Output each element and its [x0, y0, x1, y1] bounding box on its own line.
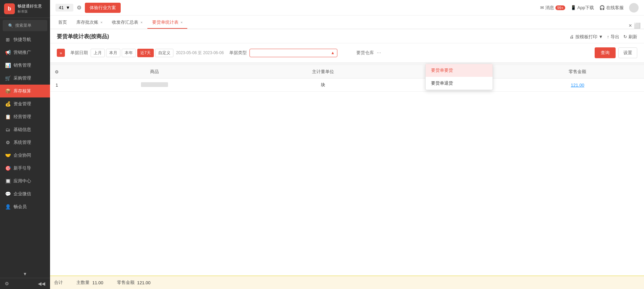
- date-btn-this-year[interactable]: 本年: [122, 49, 136, 57]
- date-range-text: 2023-05-06 至 2023-06-06: [176, 50, 224, 56]
- date-range-btns: 上月 本月 本年 近7天 自定义: [91, 49, 173, 57]
- sidebar-item-label: 基础信息: [14, 127, 31, 133]
- sidebar-item-label: 新手引导: [14, 165, 31, 171]
- date-filter-label: 单据日期: [70, 50, 88, 56]
- trial-btn[interactable]: 体验行业方案: [85, 3, 121, 13]
- sidebar: b 畅捷通好生意 标准版 🔍 搜索菜单 ⊞ 快捷导航 📢 营销推广 📊 销售管理…: [0, 0, 50, 289]
- message-btn[interactable]: ✉ 消息 99+: [540, 5, 565, 11]
- refresh-btn[interactable]: ↻ 刷新: [623, 34, 637, 40]
- filter-expand-btn[interactable]: »: [57, 49, 65, 57]
- inventory-icon: 📦: [5, 88, 11, 94]
- footer-amount-label: 零售金额: [117, 280, 135, 286]
- sidebar-item-finance[interactable]: 💰 资金管理: [0, 97, 50, 110]
- warehouse-dots-btn[interactable]: ···: [377, 50, 381, 56]
- tab-close-all-icon[interactable]: ×: [629, 23, 632, 29]
- sidebar-item-sales[interactable]: 📊 销售管理: [0, 59, 50, 72]
- operations-icon: 📋: [5, 114, 11, 120]
- type-filter-input[interactable]: [249, 49, 337, 57]
- sidebar-collapse-icon[interactable]: ◀◀: [38, 281, 45, 286]
- online-service-label: 在线客服: [606, 5, 624, 11]
- app-download-label: App下载: [577, 5, 594, 11]
- message-label: 消息: [545, 5, 554, 11]
- sidebar-item-inventory[interactable]: 📦 库存核算: [0, 85, 50, 97]
- store-dropdown-icon: ▼: [66, 5, 70, 10]
- tab-home[interactable]: 首页: [53, 17, 72, 29]
- dropdown-item-return[interactable]: 要货单退货: [426, 77, 493, 90]
- tab-receive-send[interactable]: 收发存汇总表 ×: [107, 17, 147, 29]
- page-actions: 🖨 按模板打印 ▼ ↑ 导出 ↻ 刷新: [570, 34, 637, 40]
- row-unit: 块: [245, 79, 401, 92]
- export-label: 导出: [611, 34, 619, 40]
- sidebar-item-guide[interactable]: 🎯 新手引导: [0, 162, 50, 175]
- settings-action-btn[interactable]: 设置: [618, 47, 637, 58]
- sidebar-item-marketing[interactable]: 📢 营销推广: [0, 46, 50, 59]
- footer-amount-value: 121.00: [137, 280, 151, 285]
- type-filter-arrow-icon[interactable]: ▲: [331, 50, 335, 55]
- sidebar-item-wechat[interactable]: 💬 企业微信: [0, 187, 50, 200]
- tab-label: 收发存汇总表: [112, 19, 138, 25]
- table-footer: 合计 主数量 11.00 零售金额 121.00: [50, 275, 644, 289]
- page-title: 要货单统计表(按商品): [57, 33, 109, 40]
- sidebar-item-enterprise[interactable]: 🤝 企业协同: [0, 149, 50, 162]
- message-badge: 99+: [555, 5, 565, 10]
- basics-icon: 🗂: [5, 127, 11, 133]
- sidebar-item-purchase[interactable]: 🛒 采购管理: [0, 72, 50, 85]
- date-filter-group: 单据日期 上月 本月 本年 近7天 自定义 2023-05-06 至 2023-…: [70, 49, 224, 57]
- search-icon: 🔍: [8, 23, 13, 28]
- sidebar-item-system[interactable]: ⚙ 系统管理: [0, 136, 50, 149]
- refresh-label: 刷新: [628, 34, 637, 40]
- sidebar-item-members[interactable]: 👤 畅会员: [0, 200, 50, 213]
- wechat-icon: 💬: [5, 191, 11, 197]
- sidebar-item-label: 资金管理: [14, 101, 31, 107]
- export-icon: ↑: [607, 34, 610, 39]
- tabbar-actions: × ⬜: [629, 22, 641, 29]
- table-settings-col: ⚙: [50, 65, 64, 79]
- export-btn[interactable]: ↑ 导出: [607, 34, 620, 40]
- tab-inventory-batch[interactable]: 库存批次账 ×: [72, 17, 107, 29]
- topbar-settings-icon[interactable]: ⚙: [77, 4, 81, 11]
- app-download-btn[interactable]: 📱 App下载: [571, 5, 594, 11]
- tab-requisition[interactable]: 要货单统计表 ×: [147, 17, 187, 29]
- query-btn[interactable]: 查询: [595, 47, 616, 58]
- search-menu-btn[interactable]: 🔍 搜索菜单: [3, 20, 47, 31]
- expand-icon: »: [59, 50, 62, 55]
- tab-label: 要货单统计表: [152, 19, 178, 25]
- date-btn-this-month[interactable]: 本月: [106, 49, 120, 57]
- product-name-placeholder: [141, 82, 168, 87]
- tab-close-icon[interactable]: ×: [140, 20, 142, 24]
- user-avatar[interactable]: [629, 3, 639, 13]
- filter-actions: 查询 设置: [595, 47, 637, 58]
- sidebar-item-label: 营销推广: [14, 49, 31, 55]
- sidebar-settings-icon[interactable]: ⚙: [5, 281, 9, 286]
- store-selector[interactable]: 41 ▼: [55, 4, 73, 12]
- col-product: 商品: [64, 65, 245, 79]
- sidebar-item-operations[interactable]: 📋 经营管理: [0, 110, 50, 123]
- dropdown-item-requisition[interactable]: 要货单要货: [426, 64, 493, 77]
- col-settings-icon[interactable]: ⚙: [55, 69, 59, 74]
- main-content: 41 ▼ ⚙ 体验行业方案 ✉ 消息 99+ 📱 App下载 🎧 在线客服: [50, 0, 644, 289]
- date-btn-prev-month[interactable]: 上月: [91, 49, 105, 57]
- date-btn-custom[interactable]: 自定义: [155, 49, 173, 57]
- tab-restore-icon[interactable]: ⬜: [634, 22, 641, 29]
- store-name: 41: [59, 5, 64, 10]
- online-service-btn[interactable]: 🎧 在线客服: [599, 5, 624, 11]
- sidebar-nav: ⊞ 快捷导航 📢 营销推广 📊 销售管理 🛒 采购管理 📦 库存核算 💰 资金管…: [0, 33, 50, 270]
- tab-close-icon[interactable]: ×: [181, 20, 183, 24]
- sidebar-item-label: 应用中心: [14, 178, 31, 184]
- sidebar-item-apps[interactable]: 🔲 应用中心: [0, 175, 50, 187]
- quick-nav-icon: ⊞: [5, 37, 11, 43]
- topbar-left: 41 ▼ ⚙ 体验行业方案: [55, 3, 540, 13]
- phone-icon: 📱: [571, 5, 576, 10]
- print-btn[interactable]: 🖨 按模板打印 ▼: [570, 34, 603, 40]
- table-area: ⚙ 商品 主计量单位 主数量 零售金额 1 块: [50, 65, 644, 171]
- marketing-icon: 📢: [5, 49, 11, 55]
- sidebar-item-basics[interactable]: 🗂 基础信息: [0, 123, 50, 136]
- sidebar-scroll-down[interactable]: ▼: [0, 270, 50, 278]
- finance-icon: 💰: [5, 101, 11, 107]
- tab-close-icon[interactable]: ×: [100, 20, 102, 24]
- data-table: ⚙ 商品 主计量单位 主数量 零售金额 1 块: [50, 65, 644, 92]
- purchase-icon: 🛒: [5, 75, 11, 81]
- type-filter-group: 单据类型 ▲ 要货单要货 要货单退货: [229, 49, 337, 57]
- sidebar-item-quick-nav[interactable]: ⊞ 快捷导航: [0, 33, 50, 46]
- date-btn-7days[interactable]: 近7天: [137, 49, 154, 57]
